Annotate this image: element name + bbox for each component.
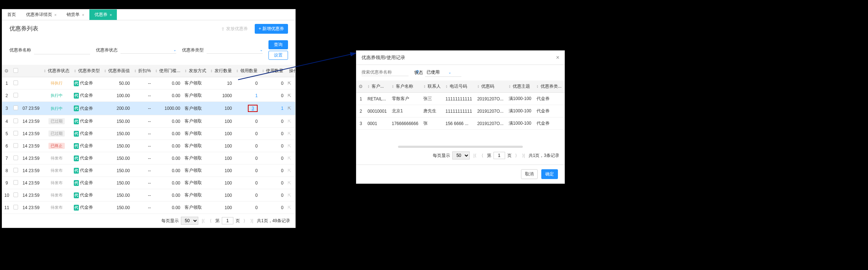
table-row[interactable]: 8 14 23:59 待发布 代代金券 150.00 -- 0.00 客户领取 …	[2, 165, 295, 177]
claimed-count[interactable]: 0	[234, 152, 260, 165]
sort-icon[interactable]: ▲▼	[368, 85, 370, 88]
share-action-icon[interactable]: ⇱	[288, 81, 291, 86]
sort-icon[interactable]: ▲▼	[185, 69, 187, 73]
table-row[interactable]: 1 RETAIL... 零散客户 张三 11111111111 20191207…	[356, 93, 564, 105]
next-page-button[interactable]: ⟩	[514, 153, 518, 158]
table-row[interactable]: 3 07 23:59 执行中 代代金券 200.00 -- 1000.00 客户…	[2, 102, 295, 115]
table-row[interactable]: 2 执行中 代代金券 100.00 -- 0.00 客户领取 1000 1 0 …	[2, 90, 295, 102]
sort-icon[interactable]: ▲▼	[423, 85, 425, 88]
coupon-status-select[interactable]: ⌄	[120, 46, 177, 54]
share-action-icon[interactable]: ⇱	[288, 106, 291, 111]
dialog-status-select[interactable]: 已使用 ⌄	[425, 68, 461, 77]
sort-icon[interactable]: ▲▼	[44, 69, 46, 73]
page-input[interactable]	[222, 217, 233, 224]
settings-button[interactable]: 设置	[268, 51, 288, 60]
last-page-button[interactable]: ⟩|	[249, 218, 255, 223]
row-checkbox[interactable]	[13, 119, 18, 123]
claimed-count[interactable]: 0	[234, 128, 260, 140]
gear-icon[interactable]: ⚙	[359, 84, 363, 89]
qr-action-icon[interactable]: ▦	[295, 168, 295, 173]
claimed-count[interactable]: 0	[234, 189, 260, 202]
column-header[interactable]: ▲▼ 发行数量	[208, 65, 234, 77]
qr-action-icon[interactable]: ▦	[295, 93, 295, 98]
table-row[interactable]: 3 0001 17666666666 张 156 6666 ... 201912…	[356, 117, 564, 130]
column-header[interactable]	[20, 65, 42, 77]
sort-icon[interactable]: ▲▼	[134, 69, 136, 73]
row-checkbox[interactable]	[13, 205, 18, 209]
first-page-button[interactable]: |⟨	[472, 153, 478, 158]
qr-action-icon[interactable]: ▦	[295, 180, 295, 186]
query-button[interactable]: 查询	[268, 40, 288, 49]
tab-close-icon[interactable]: ×	[82, 13, 84, 17]
column-header[interactable]: ⚙	[356, 80, 365, 93]
qr-action-icon[interactable]: ▦	[295, 119, 295, 124]
qr-action-icon[interactable]: ▦	[295, 193, 295, 198]
qr-action-icon[interactable]: ▦	[295, 131, 295, 136]
column-header[interactable]: ▲▼ 优惠主题	[507, 80, 534, 93]
table-row[interactable]: 1 待执行 代代金券 50.00 -- 0.00 客户领取 10 0 0 ⇱▦	[2, 77, 295, 90]
select-all-checkbox[interactable]	[13, 68, 18, 73]
column-header[interactable]	[11, 65, 20, 77]
first-page-button[interactable]: |⟨	[200, 218, 206, 223]
claimed-count[interactable]: 0	[234, 165, 260, 177]
column-header[interactable]: 操作	[285, 65, 295, 77]
sort-icon[interactable]: ▲▼	[477, 85, 479, 88]
row-checkbox[interactable]	[13, 80, 18, 85]
distribute-coupon-button[interactable]: ⇪ 发放优惠券	[217, 24, 252, 34]
table-row[interactable]: 10 14 23:59 待发布 代代金券 150.00 -- 0.00 客户领取…	[2, 189, 295, 202]
tab[interactable]: 销货单×	[62, 9, 89, 20]
table-row[interactable]: 4 14 23:59 已过期 代代金券 150.00 -- 0.00 客户领取 …	[2, 115, 295, 128]
coupon-name-input[interactable]	[34, 46, 90, 54]
used-count[interactable]: 0	[260, 90, 285, 102]
prev-page-button[interactable]: ⟨	[208, 218, 213, 223]
gear-icon[interactable]: ⚙	[4, 68, 9, 74]
table-row[interactable]: 2 00010001 北京1 唐先生 11111111111 20191207O…	[356, 105, 564, 117]
table-row[interactable]: 7 14 23:59 待发布 代代金券 150.00 -- 0.00 客户领取 …	[2, 152, 295, 165]
add-coupon-button[interactable]: + 新增优惠券	[255, 24, 288, 34]
qr-action-icon[interactable]: ▦	[295, 81, 295, 86]
row-checkbox[interactable]	[13, 131, 18, 136]
row-checkbox[interactable]	[13, 143, 18, 148]
search-input[interactable]	[361, 70, 416, 75]
qr-action-icon[interactable]: ▦	[295, 106, 295, 111]
column-header[interactable]: ▲▼ 使用门槛...	[153, 65, 182, 77]
column-header[interactable]: ▲▼ 联系人	[421, 80, 443, 93]
cancel-button[interactable]: 取消	[521, 169, 538, 179]
column-header[interactable]: ▲▼ 折扣%	[132, 65, 153, 77]
used-count[interactable]: 0	[260, 152, 285, 165]
sort-icon[interactable]: ▲▼	[537, 85, 539, 88]
sort-icon[interactable]: ▲▼	[445, 85, 448, 88]
used-count[interactable]: 0	[260, 128, 285, 140]
column-header[interactable]: ▲▼ 优惠券类型	[72, 65, 102, 77]
column-header[interactable]: ▲▼ 优惠码	[475, 80, 507, 93]
sort-icon[interactable]: ▲▼	[74, 69, 76, 73]
table-row[interactable]: 5 14 23:59 已过期 代代金券 150.00 -- 0.00 客户领取 …	[2, 128, 295, 140]
table-row[interactable]: 6 14 23:59 已终止 代代金券 150.00 -- 0.00 客户领取 …	[2, 140, 295, 152]
column-header[interactable]: ▲▼ 发放方式	[182, 65, 208, 77]
tab[interactable]: 首页	[2, 9, 21, 20]
row-checkbox[interactable]	[13, 192, 18, 197]
qr-action-icon[interactable]: ▦	[295, 205, 295, 210]
claimed-count[interactable]: 0	[234, 115, 260, 128]
sort-icon[interactable]: ▲▼	[104, 69, 106, 73]
claimed-count[interactable]: 3	[234, 102, 260, 115]
per-page-select[interactable]: 50	[452, 151, 470, 159]
prev-page-button[interactable]: ⟨	[480, 153, 485, 158]
sort-icon[interactable]: ▲▼	[211, 69, 213, 73]
used-count[interactable]: 0	[260, 177, 285, 189]
claimed-count[interactable]: 0	[234, 140, 260, 152]
tab-close-icon[interactable]: ×	[110, 13, 112, 17]
confirm-button[interactable]: 确定	[541, 169, 558, 179]
coupon-type-select[interactable]: ⌄	[207, 46, 263, 54]
tab[interactable]: 优惠券×	[89, 9, 117, 20]
column-header[interactable]: ▲▼ 优惠券类...	[534, 80, 565, 93]
column-header[interactable]: ▲▼ 客户...	[365, 80, 390, 93]
column-header[interactable]: ▲▼ 领用数量	[234, 65, 260, 77]
table-row[interactable]: 11 14 23:59 待发布 代代金券 150.00 -- 0.00 客户领取…	[2, 202, 295, 214]
last-page-button[interactable]: ⟩|	[521, 153, 526, 158]
column-header[interactable]: ▲▼ 客户名称	[390, 80, 422, 93]
used-count[interactable]: 1	[260, 102, 285, 115]
column-header[interactable]: ▲▼ 优惠券面值	[102, 65, 132, 77]
row-checkbox[interactable]	[13, 93, 18, 97]
qr-action-icon[interactable]: ▦	[295, 156, 295, 161]
